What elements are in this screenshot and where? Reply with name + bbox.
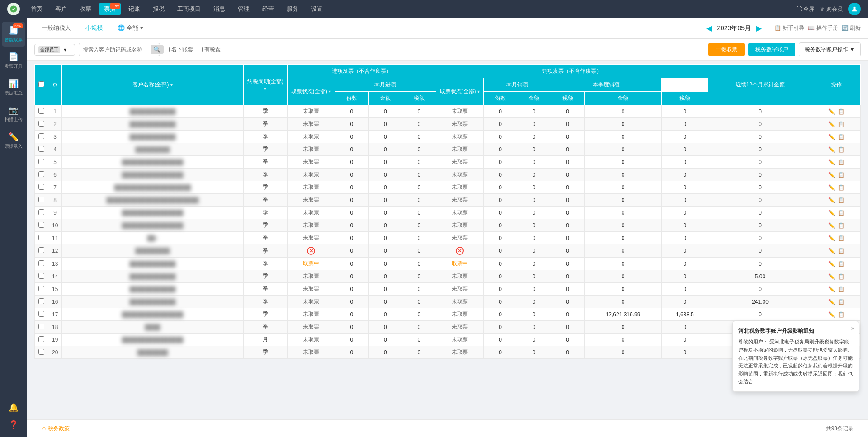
copy-btn[interactable]: 📋: [836, 108, 846, 115]
row-checkbox[interactable]: [38, 273, 44, 279]
row-checkbox[interactable]: [38, 171, 44, 177]
row-checkbox[interactable]: [38, 349, 44, 355]
manual-link[interactable]: 📖 操作手册: [808, 24, 838, 32]
nav-client[interactable]: 客户: [50, 3, 72, 15]
th-tax-period[interactable]: 纳税周期(全部) ▾: [243, 65, 287, 105]
edit-btn[interactable]: ✏️: [827, 197, 836, 203]
copy-btn[interactable]: 📋: [836, 146, 846, 153]
edit-btn[interactable]: ✏️: [827, 311, 836, 318]
nav-receive[interactable]: 收票: [74, 3, 97, 15]
row-checkbox-cell[interactable]: [35, 321, 48, 334]
row-checkbox[interactable]: [38, 311, 44, 317]
row-checkbox[interactable]: [38, 247, 44, 253]
copy-btn[interactable]: 📋: [836, 311, 846, 318]
row-checkbox[interactable]: [38, 209, 44, 215]
sidebar-item-invoice-open[interactable]: 📄 发票开具: [2, 48, 25, 73]
copy-btn[interactable]: 📋: [836, 222, 846, 229]
copy-btn[interactable]: 📋: [836, 248, 846, 254]
row-checkbox-cell[interactable]: [35, 258, 48, 270]
new-guide-link[interactable]: 📋 新手引导: [774, 24, 804, 32]
th-checkbox[interactable]: [35, 65, 48, 105]
row-checkbox-cell[interactable]: [35, 131, 48, 143]
copy-btn[interactable]: 📋: [836, 197, 846, 203]
fullscreen-btn[interactable]: ⛶全屏: [796, 5, 814, 13]
my-accounts-checkbox[interactable]: [164, 47, 170, 52]
sidebar-item-help[interactable]: ❓: [2, 416, 25, 433]
nav-accounting[interactable]: 记账: [123, 3, 146, 15]
copy-btn[interactable]: 📋: [836, 184, 846, 191]
row-checkbox[interactable]: [38, 121, 44, 127]
refresh-link[interactable]: 🔄 刷新: [842, 24, 861, 32]
row-checkbox[interactable]: [38, 336, 44, 342]
row-checkbox[interactable]: [38, 324, 44, 329]
copy-btn[interactable]: 📋: [836, 159, 846, 165]
tab-small-scale[interactable]: 小规模: [78, 19, 110, 38]
copy-btn[interactable]: 📋: [836, 210, 846, 216]
sidebar-item-smart-fetch[interactable]: 🧾 智能取票 new: [2, 22, 25, 47]
period-prev-btn[interactable]: ◀: [704, 22, 713, 34]
employee-selector[interactable]: 全部员工 ▾: [34, 44, 75, 56]
tab-general-taxpayer[interactable]: 一般纳税人: [34, 19, 78, 38]
row-checkbox-cell[interactable]: [35, 207, 48, 219]
edit-btn[interactable]: ✏️: [827, 222, 836, 229]
select-all-checkbox[interactable]: [38, 81, 44, 87]
one-click-fetch-btn[interactable]: 一键取票: [708, 43, 745, 56]
nav-business[interactable]: 工商项目: [172, 3, 206, 15]
copy-btn[interactable]: 📋: [836, 121, 846, 127]
tax-period-filter[interactable]: ▾: [264, 86, 266, 91]
row-checkbox[interactable]: [38, 286, 44, 291]
row-checkbox-cell[interactable]: [35, 156, 48, 169]
edit-btn[interactable]: ✏️: [827, 184, 836, 191]
nav-service[interactable]: 服务: [281, 3, 304, 15]
digital-tax-ops-btn[interactable]: 税务数字账户操作 ▼: [799, 42, 861, 56]
row-checkbox[interactable]: [38, 108, 44, 114]
edit-btn[interactable]: ✏️: [827, 261, 836, 267]
row-checkbox-cell[interactable]: [35, 219, 48, 232]
row-checkbox-cell[interactable]: [35, 105, 48, 118]
row-checkbox-cell[interactable]: [35, 169, 48, 181]
search-box[interactable]: 🔍: [79, 43, 160, 56]
tax-policy-link[interactable]: ⚠ 税务政策: [34, 423, 77, 434]
row-checkbox[interactable]: [38, 235, 44, 240]
copy-btn[interactable]: 📋: [836, 235, 846, 241]
row-checkbox-cell[interactable]: [35, 232, 48, 244]
nav-home[interactable]: 首页: [25, 3, 48, 15]
edit-btn[interactable]: ✏️: [827, 134, 836, 140]
row-checkbox-cell[interactable]: [35, 346, 48, 359]
nav-settings[interactable]: 设置: [306, 3, 328, 15]
nav-invoice[interactable]: 票据 new: [99, 3, 121, 15]
copy-btn[interactable]: 📋: [836, 273, 846, 280]
th-out-fetch-status[interactable]: 取票状态(全部) ▾: [436, 78, 483, 105]
nav-tax[interactable]: 报税: [147, 3, 170, 15]
row-checkbox-cell[interactable]: [35, 181, 48, 194]
row-checkbox[interactable]: [38, 159, 44, 164]
sidebar-item-scan-upload[interactable]: 📷 扫描上传: [2, 102, 25, 127]
sidebar-item-invoice-entry[interactable]: ✏️ 票据录入: [2, 128, 25, 153]
edit-btn[interactable]: ✏️: [827, 172, 836, 178]
edit-btn[interactable]: ✏️: [827, 210, 836, 216]
row-checkbox[interactable]: [38, 222, 44, 228]
row-checkbox[interactable]: [38, 260, 44, 266]
edit-btn[interactable]: ✏️: [827, 273, 836, 280]
row-checkbox[interactable]: [38, 197, 44, 202]
row-checkbox[interactable]: [38, 298, 44, 304]
row-checkbox[interactable]: [38, 184, 44, 190]
row-checkbox-cell[interactable]: [35, 308, 48, 321]
copy-btn[interactable]: 📋: [836, 299, 846, 305]
digital-tax-btn[interactable]: 税务数字账户: [748, 43, 795, 56]
edit-btn[interactable]: ✏️: [827, 286, 836, 292]
checkbox-has-tax-device[interactable]: 有税盘: [197, 46, 221, 53]
sidebar-item-notification[interactable]: 🔔: [2, 399, 25, 416]
th-settings[interactable]: ⚙: [48, 65, 62, 105]
period-next-btn[interactable]: ▶: [755, 22, 764, 34]
member-btn[interactable]: ♛购会员: [820, 5, 843, 13]
row-checkbox-cell[interactable]: [35, 296, 48, 308]
copy-btn[interactable]: 📋: [836, 261, 846, 267]
search-button[interactable]: 🔍: [151, 45, 164, 54]
row-checkbox-cell[interactable]: [35, 283, 48, 296]
notification-close-btn[interactable]: ✕: [851, 325, 855, 333]
row-checkbox-cell[interactable]: [35, 118, 48, 131]
edit-btn[interactable]: ✏️: [827, 159, 836, 165]
checkbox-my-accounts[interactable]: 名下账套: [164, 46, 193, 53]
edit-btn[interactable]: ✏️: [827, 146, 836, 153]
